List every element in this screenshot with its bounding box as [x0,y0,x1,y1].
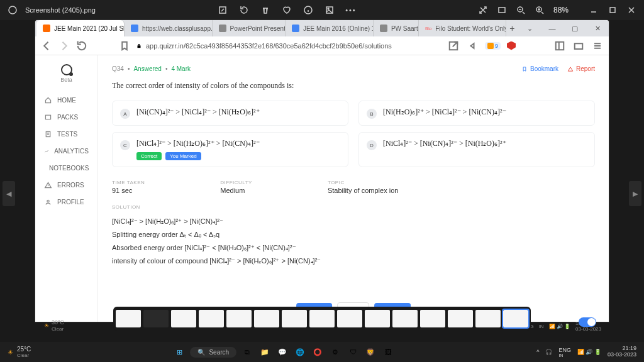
teams-icon[interactable]: 💬 [275,345,289,359]
taskbar-search[interactable]: 🔍Search [190,347,236,358]
browser-tab[interactable]: https://web.classplusapp.com/lo [125,20,213,36]
browser-tab[interactable]: PowerPoint Presentation [213,20,286,36]
inner-weather: ☀ 30°CClear [44,319,64,332]
info-icon[interactable] [303,5,313,15]
option-b[interactable]: B[Ni(H₂O)₆]²⁺ > [NiCl₄]²⁻ > [Ni(CN)₄]²⁻ [358,101,595,126]
thumbnail[interactable] [420,310,445,327]
outer-weather[interactable]: ☀ 25°CClear [8,346,31,358]
app-logo[interactable]: Beta [35,60,97,92]
rotate-icon[interactable] [239,5,249,15]
options-grid: A[Ni(CN)₄]²⁻ > [NiCl₄]²⁻ > [Ni(H₂O)₆]²⁺ … [112,101,595,167]
browser-tab[interactable]: filoFilo Student: World's Only Live I [419,20,506,36]
photos-icon[interactable]: 🖼 [381,345,395,359]
thumbnail[interactable] [337,310,362,327]
sidepanel-icon[interactable] [553,40,566,52]
close-icon[interactable] [626,5,636,15]
sidebar-item-profile[interactable]: PROFILE [35,194,97,211]
thumbnail[interactable] [116,310,141,327]
zoom-in-icon[interactable] [535,5,545,15]
forward-button[interactable] [58,40,70,52]
browser-dropdown-icon[interactable]: ⌄ [518,20,541,36]
thumbnail[interactable] [475,310,501,327]
topic: TOPICStability of complex ion [328,180,399,194]
chevron-up-icon[interactable]: ^ [536,349,539,355]
start-button[interactable]: ⊞ [172,345,186,359]
next-image-arrow[interactable]: ▶ [629,181,641,206]
extension-badge[interactable]: 9 [485,42,501,50]
menu-icon[interactable] [591,40,604,52]
minimize-icon[interactable] [589,5,599,15]
clock[interactable]: 21:1903-03-2023 [608,346,636,358]
maximize-icon[interactable] [608,5,618,15]
thumbnail[interactable] [282,310,307,327]
thumbnail[interactable] [448,310,473,327]
option-c[interactable]: C[NiCl₄]²⁻ > [Ni(H₂O)₆]²⁺ > [Ni(CN)₄]²⁻C… [112,132,348,167]
brave-icon[interactable]: 🦁 [364,345,377,359]
more-icon[interactable]: ••• [346,5,356,15]
svg-point-4 [328,8,329,9]
outer-systray[interactable]: ^ 🎧 ENGIN 📶 🔊 🔋 21:1903-03-2023 [536,346,636,358]
sidebar-item-analytics[interactable]: ANALYTICS [35,143,97,160]
browser-tab[interactable]: JEE Main 2016 (Online) 10th Apr [286,20,374,36]
thumbnail[interactable] [199,310,224,327]
thumbnail[interactable] [143,310,169,327]
bookmark-bar-icon[interactable] [118,40,131,52]
sidebar-item-packs[interactable]: PACKS [35,109,97,126]
url-field[interactable]: app.quizrr.in/62c5ca493f85644353f2e168/6… [136,42,442,50]
back-button[interactable] [40,40,53,52]
option-a[interactable]: A[Ni(CN)₄]²⁻ > [NiCl₄]²⁻ > [Ni(H₂O)₆]²⁺ [112,101,348,126]
image-icon[interactable] [325,5,335,15]
fullscreen-icon[interactable] [478,5,488,15]
sidebar-item-tests[interactable]: TESTS [35,126,97,143]
browser-minimize-icon[interactable]: — [541,20,564,36]
task-view-icon[interactable]: ⧉ [240,345,254,359]
settings-icon[interactable]: ⚙ [328,345,342,359]
security-icon[interactable]: 🛡 [346,345,360,359]
prev-image-arrow[interactable]: ◀ [3,181,15,206]
thumbnail[interactable] [171,310,196,327]
search-icon: 🔍 [197,349,205,356]
solution-body: [NiCl₄]²⁻ > [Ni(H₂O)₆]²⁺ > [Ni(CN)₄]²⁻ S… [112,215,595,268]
svg-rect-13 [45,115,50,119]
svg-rect-11 [556,41,564,50]
thumbnail-strip[interactable] [113,307,531,331]
thumbnail[interactable] [309,310,335,327]
wallet-icon[interactable] [572,40,585,52]
report-button[interactable]: Report [567,65,595,72]
edit-icon[interactable] [218,5,228,15]
fit-icon[interactable] [497,5,507,15]
thumbnail[interactable] [392,310,418,327]
thumbnail[interactable] [365,310,390,327]
thumbnail[interactable] [503,310,528,327]
reload-button[interactable] [75,40,88,52]
brave-shield-icon[interactable] [507,41,516,50]
thumbnail[interactable] [226,310,252,327]
svg-rect-8 [610,8,615,13]
new-tab-button[interactable]: + [506,20,518,36]
svg-rect-12 [575,43,583,49]
browser-close-icon[interactable]: ✕ [586,20,609,36]
sidebar-item-errors[interactable]: ERRORS [35,177,97,194]
share-icon[interactable] [466,40,479,52]
open-external-icon[interactable] [447,40,460,52]
option-d[interactable]: D[NiCl₄]²⁻ > [Ni(CN)₄]²⁻ > [Ni(H₂O)₆]²⁺ [358,132,595,167]
svg-point-16 [47,200,49,202]
tab-strip: JEE Main 2021 (20 Jul Shift 1 https://we… [35,20,609,36]
dell-icon[interactable]: ⭕ [311,345,325,359]
sidebar-item-notebooks[interactable]: NOTEBOOKS [35,160,97,177]
bookmark-button[interactable]: Bookmark [521,65,558,72]
browser-tab[interactable]: JEE Main 2021 (20 Jul Shift 1 [36,20,125,36]
edge-icon[interactable]: 🌐 [293,345,307,359]
sidebar-item-home[interactable]: HOME [35,92,97,109]
zoom-out-icon[interactable] [516,5,526,15]
filmstrip-toggle[interactable] [579,317,596,327]
browser-tab[interactable]: PW Saarthi [374,20,419,36]
svg-rect-5 [499,8,505,13]
heart-icon[interactable] [282,5,292,15]
explorer-icon[interactable]: 📁 [258,345,272,359]
window-title: Screenshot (2405).png [25,6,96,14]
thumbnail[interactable] [254,310,279,327]
app-sidebar: Beta HOME PACKS TESTS ANALYTICS NOTEBOOK… [35,55,98,322]
delete-icon[interactable] [260,5,270,15]
browser-maximize-icon[interactable]: ▢ [564,20,586,36]
